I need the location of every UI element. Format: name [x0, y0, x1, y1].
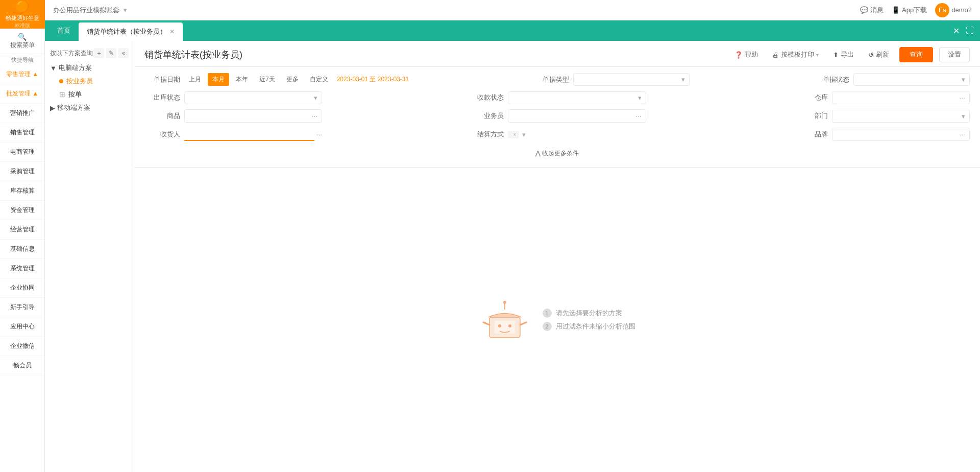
tree-section-mobile-label: 移动端方案: [57, 103, 90, 112]
help-btn[interactable]: ❓ 帮助: [730, 48, 762, 61]
date-this-month[interactable]: 本月: [208, 73, 229, 86]
dept-select[interactable]: ▾: [832, 110, 970, 123]
download-icon: 📱: [892, 6, 900, 14]
sidebar-item-retail[interactable]: 零售管理 ▲: [0, 65, 44, 84]
empty-state-content: 1 请先选择要分析的方案 2 用过滤条件来缩小分析范围: [479, 294, 635, 345]
svg-line-7: [520, 322, 526, 325]
tab-close-icon[interactable]: ✕: [169, 28, 175, 35]
date-label: 单据日期: [144, 75, 180, 84]
sidebar-item-system[interactable]: 系统管理: [0, 259, 44, 278]
date-group: 上月 本月 本年 近7天 更多 自定义 2023-03-01 至 2023-03…: [184, 73, 409, 86]
collapse-panel-btn[interactable]: «: [118, 48, 129, 58]
app-logo[interactable]: 🟠 畅捷通好生意 标准版: [0, 0, 45, 29]
sidebar-item-ops[interactable]: 经营管理: [0, 220, 44, 240]
collapse-filters-btn[interactable]: ⋀ 收起更多条件: [144, 146, 970, 161]
payment-method-arrow[interactable]: ▾: [522, 131, 526, 138]
doc-status-select[interactable]: ▾: [853, 73, 970, 86]
svg-line-6: [483, 322, 489, 325]
setting-button[interactable]: 设置: [939, 47, 970, 62]
payment-status-select[interactable]: ▾: [508, 91, 646, 104]
topbar-right: 💬 消息 📱 App下载 Ea demo2: [860, 3, 972, 17]
brand-label: 品牌: [792, 130, 828, 139]
sidebar-search[interactable]: 🔍 搜索菜单: [0, 29, 44, 54]
sidebar-item-newbie[interactable]: 新手引导: [0, 298, 44, 317]
sidebar-item-sales[interactable]: 销售管理: [0, 123, 44, 143]
sidebar-item-purchase[interactable]: 采购管理: [0, 162, 44, 181]
user-avatar-area[interactable]: Ea demo2: [935, 3, 972, 17]
salesperson-cell: ···: [508, 109, 646, 123]
sidebar-item-ecom[interactable]: 电商管理: [0, 143, 44, 162]
goods-select[interactable]: ···: [184, 109, 322, 123]
sidebar-item-finance[interactable]: 资金管理: [0, 201, 44, 220]
tree-child2-label: 按单: [68, 90, 82, 99]
topbar-arrow[interactable]: ▾: [124, 6, 127, 14]
doc-status-arrow: ▾: [962, 76, 965, 83]
sidebar-item-marketing[interactable]: 营销推广: [0, 104, 44, 123]
doc-type-select[interactable]: ▾: [573, 73, 690, 86]
doc-type-cell: ▾: [573, 73, 690, 86]
sidebar-item-base[interactable]: 基础信息: [0, 240, 44, 259]
user-name: demo2: [951, 6, 972, 14]
tab-sales-stat[interactable]: 销货单统计表（按业务员） ✕: [79, 22, 183, 41]
sidebar-quicknav-label[interactable]: 快捷导航: [0, 54, 44, 65]
date-range-text: 2023-03-01 至 2023-03-31: [337, 75, 409, 84]
empty-illustration: [479, 294, 530, 345]
by-order-icon: ⊞: [59, 90, 65, 99]
refresh-btn[interactable]: ↺ 刷新: [864, 48, 893, 61]
sidebar-item-appstore[interactable]: 应用中心: [0, 317, 44, 337]
sidebar-item-wechat[interactable]: 企业微信: [0, 337, 44, 356]
tab-maximize-btn[interactable]: ⛶: [964, 24, 976, 37]
brand-select[interactable]: ···: [832, 128, 970, 141]
add-scheme-btn[interactable]: ＋: [94, 48, 104, 58]
print-arrow[interactable]: ▾: [816, 52, 819, 58]
help-label: 帮助: [745, 50, 758, 59]
tab-home[interactable]: 首页: [49, 20, 79, 41]
date-custom[interactable]: 自定义: [305, 73, 333, 86]
sidebar-item-vip[interactable]: 畅会员: [0, 356, 44, 375]
edit-scheme-btn[interactable]: ✎: [106, 48, 116, 58]
receiver-input[interactable]: [184, 128, 314, 141]
payment-method-label: 结算方式: [468, 130, 504, 139]
tree-child-by-salesperson[interactable]: 按业务员: [45, 75, 134, 88]
receiver-dots[interactable]: ···: [316, 130, 323, 138]
main-area: 办公用品行业模拟账套 ▾ 💬 消息 📱 App下载 Ea demo2 首页 销货…: [45, 0, 980, 472]
warehouse-cell: ···: [832, 91, 970, 104]
payment-method-clear-btn[interactable]: ×: [513, 132, 516, 137]
query-button[interactable]: 查询: [899, 47, 933, 62]
print-btn[interactable]: 🖨 按模板打印 ▾: [768, 48, 823, 61]
salesperson-label: 业务员: [468, 111, 504, 121]
date-last-month[interactable]: 上月: [184, 73, 206, 86]
tree-arrow-desktop[interactable]: ▼: [50, 64, 57, 72]
sidebar-item-corp[interactable]: 企业协同: [0, 278, 44, 298]
salesperson-select[interactable]: ···: [508, 109, 646, 123]
receiver-cell: ···: [184, 128, 322, 141]
svg-rect-1: [495, 321, 515, 334]
filter-area: 单据日期 上月 本月 本年 近7天 更多 自定义 2023-03-01 至 20…: [134, 67, 980, 168]
date-more[interactable]: 更多: [282, 73, 303, 86]
date-last-7days[interactable]: 近7天: [255, 73, 280, 86]
out-status-cell: ▾: [184, 91, 322, 104]
dept-label: 部门: [792, 111, 828, 121]
sidebar-item-wholesale[interactable]: 批发管理 ▲: [0, 84, 44, 104]
sidebar-item-inventory[interactable]: 库存核算: [0, 181, 44, 201]
warehouse-select[interactable]: ···: [832, 91, 970, 104]
date-this-year[interactable]: 本年: [231, 73, 253, 86]
empty-number-2: 2: [543, 322, 552, 331]
svg-point-3: [508, 324, 511, 327]
tab-close-all-btn[interactable]: ✕: [951, 24, 962, 38]
out-status-select[interactable]: ▾: [184, 91, 322, 104]
tree-section-mobile: ▶ 移动端方案: [45, 101, 134, 114]
filter-row-3: 商品 ··· 业务员 ···: [144, 109, 970, 123]
active-indicator: [59, 79, 63, 83]
doc-type-arrow: ▾: [681, 76, 685, 83]
app-download-btn[interactable]: 📱 App下载: [892, 6, 927, 15]
logo-text: 畅捷通好生意: [6, 14, 39, 22]
message-btn[interactable]: 💬 消息: [860, 6, 884, 15]
tree-child-by-order[interactable]: ⊞ 按单: [45, 88, 134, 101]
dept-cell: ▾: [832, 110, 970, 123]
doc-status-cell: ▾: [853, 73, 970, 86]
tree-arrow-mobile[interactable]: ▶: [50, 104, 55, 112]
collapse-icon: ⋀: [535, 150, 542, 157]
filter-row-1: 单据日期 上月 本月 本年 近7天 更多 自定义 2023-03-01 至 20…: [144, 73, 970, 86]
export-btn[interactable]: ⬆ 导出: [829, 48, 858, 61]
